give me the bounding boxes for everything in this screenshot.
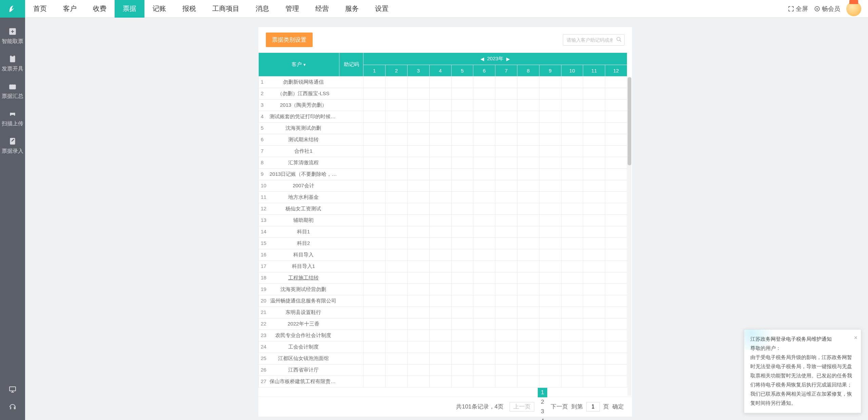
table-row[interactable]: 19沈海英测试经营勿删: [259, 284, 627, 295]
member-button[interactable]: 畅会员: [814, 5, 840, 13]
table-row[interactable]: 32013（陶美芳勿删）: [259, 100, 627, 111]
sidebar-item-扫描上传[interactable]: 扫描上传: [0, 105, 25, 132]
table-row[interactable]: 6测试期末结转: [259, 134, 627, 146]
client-name[interactable]: 2007会计: [270, 183, 337, 189]
client-name[interactable]: 杨仙女工资测试: [270, 206, 337, 212]
page-prev-button[interactable]: 上一页: [510, 402, 534, 412]
table-row[interactable]: 20温州畅捷通信息服务有限公司: [259, 295, 627, 307]
table-row[interactable]: 14科目1: [259, 226, 627, 238]
col-month-6[interactable]: 6: [473, 65, 495, 77]
table-scrollbar[interactable]: [628, 77, 631, 396]
nav-首页[interactable]: 首页: [25, 0, 55, 18]
headset-icon[interactable]: [8, 403, 17, 412]
goto-confirm-button[interactable]: 确定: [612, 402, 624, 412]
table-row[interactable]: 21东明县设置鞋行: [259, 307, 627, 318]
table-row[interactable]: 13辅助期初: [259, 215, 627, 226]
client-name[interactable]: 沈海英测试勿删: [270, 125, 337, 131]
table-row[interactable]: 11地方水利基金: [259, 192, 627, 203]
client-name[interactable]: 沈海英测试经营勿删: [270, 286, 337, 293]
col-month-9[interactable]: 9: [539, 65, 561, 77]
sidebar-item-票据汇总[interactable]: 票据汇总: [0, 77, 25, 105]
nav-记账[interactable]: 记账: [144, 0, 174, 18]
nav-票据[interactable]: 票据: [115, 0, 144, 18]
client-name[interactable]: （勿删）江西服宝-LSS: [270, 90, 337, 97]
col-month-1[interactable]: 1: [363, 65, 386, 77]
client-name[interactable]: 工会会计制度: [270, 344, 337, 350]
col-month-7[interactable]: 7: [495, 65, 517, 77]
table-row[interactable]: 23农民专业合作社会计制度: [259, 330, 627, 341]
col-month-2[interactable]: 2: [386, 65, 408, 77]
client-name[interactable]: 农民专业合作社会计制度: [270, 332, 337, 339]
col-client[interactable]: 客户▼: [259, 53, 339, 77]
table-row[interactable]: 102007会计: [259, 180, 627, 192]
nav-报税[interactable]: 报税: [174, 0, 204, 18]
client-name[interactable]: 东明县设置鞋行: [270, 309, 337, 316]
col-month-4[interactable]: 4: [429, 65, 451, 77]
nav-服务[interactable]: 服务: [337, 0, 367, 18]
logo[interactable]: [0, 0, 25, 18]
nav-设置[interactable]: 设置: [367, 0, 397, 18]
table-row[interactable]: 4测试账套的凭证打印的时候是否: [259, 111, 627, 123]
search-input[interactable]: [563, 34, 625, 46]
sidebar-item-票据录入[interactable]: 票据录入: [0, 132, 25, 160]
client-name[interactable]: 测试期末结转: [270, 136, 337, 143]
monitor-icon[interactable]: [8, 385, 17, 395]
client-name[interactable]: 2013日记账（不要删除哈，谢...: [270, 171, 337, 177]
page-4[interactable]: 4: [538, 416, 547, 420]
client-name[interactable]: 江西省审计厅: [270, 367, 337, 373]
col-code[interactable]: 助记码: [339, 53, 363, 77]
page-1[interactable]: 1: [538, 388, 547, 397]
nav-收费[interactable]: 收费: [85, 0, 115, 18]
table-row[interactable]: 18工程施工结转: [259, 272, 627, 284]
client-name[interactable]: 江都区仙女镇泡泡面馆: [270, 355, 337, 362]
table-row[interactable]: 2（勿删）江西服宝-LSS: [259, 88, 627, 100]
nav-客户[interactable]: 客户: [55, 0, 85, 18]
table-row[interactable]: 27保山市板桥建筑工程有限责任...: [259, 376, 627, 387]
client-name[interactable]: 汇算清缴流程: [270, 160, 337, 166]
col-month-10[interactable]: 10: [561, 65, 583, 77]
table-row[interactable]: 16科目导入: [259, 249, 627, 261]
sidebar-item-发票开具[interactable]: 发票开具: [0, 50, 25, 77]
col-month-5[interactable]: 5: [451, 65, 473, 77]
col-month-3[interactable]: 3: [407, 65, 429, 77]
table-row[interactable]: 12杨仙女工资测试: [259, 203, 627, 215]
nav-工商项目[interactable]: 工商项目: [204, 0, 248, 18]
page-3[interactable]: 3: [538, 407, 547, 416]
client-name[interactable]: 地方水利基金: [270, 194, 337, 201]
table-row[interactable]: 24工会会计制度: [259, 341, 627, 353]
nav-经营[interactable]: 经营: [307, 0, 337, 18]
client-name[interactable]: 合作社1: [270, 148, 337, 154]
client-name[interactable]: 科目导入1: [270, 263, 337, 270]
col-month-8[interactable]: 8: [517, 65, 539, 77]
table-row[interactable]: 8汇算清缴流程: [259, 157, 627, 169]
year-prev-icon[interactable]: ◀: [480, 56, 484, 62]
goto-page-input[interactable]: [586, 402, 600, 412]
client-name[interactable]: 辅助期初: [270, 217, 337, 224]
table-row[interactable]: 26江西省审计厅: [259, 364, 627, 376]
page-2[interactable]: 2: [538, 397, 547, 407]
col-month-11[interactable]: 11: [583, 65, 605, 77]
nav-管理[interactable]: 管理: [277, 0, 307, 18]
client-name[interactable]: 2022年十三香: [270, 321, 337, 327]
search-icon[interactable]: [616, 37, 622, 43]
table-row[interactable]: 15科目2: [259, 238, 627, 249]
col-month-12[interactable]: 12: [605, 65, 627, 77]
client-name[interactable]: 勿删新锐网络通信: [270, 79, 337, 85]
client-name[interactable]: 温州畅捷通信息服务有限公司: [270, 298, 337, 304]
table-row[interactable]: 7合作社1: [259, 146, 627, 157]
client-name[interactable]: 保山市板桥建筑工程有限责任...: [270, 378, 337, 385]
page-next-button[interactable]: 下一页: [551, 402, 568, 412]
table-row[interactable]: 25江都区仙女镇泡泡面馆: [259, 353, 627, 364]
client-name[interactable]: 2013（陶美芳勿删）: [270, 102, 337, 108]
nav-消息[interactable]: 消息: [248, 0, 277, 18]
year-next-icon[interactable]: ▶: [506, 56, 510, 62]
client-name[interactable]: 科目导入: [270, 252, 337, 258]
fullscreen-button[interactable]: 全屏: [788, 5, 808, 13]
client-name[interactable]: 工程施工结转: [270, 275, 337, 281]
client-name[interactable]: 科目2: [270, 240, 337, 247]
table-row[interactable]: 1勿删新锐网络通信: [259, 77, 627, 88]
client-name[interactable]: 测试账套的凭证打印的时候是否: [270, 113, 337, 120]
table-row[interactable]: 222022年十三香: [259, 318, 627, 330]
mascot-avatar[interactable]: [846, 1, 861, 16]
category-settings-button[interactable]: 票据类别设置: [266, 33, 313, 47]
